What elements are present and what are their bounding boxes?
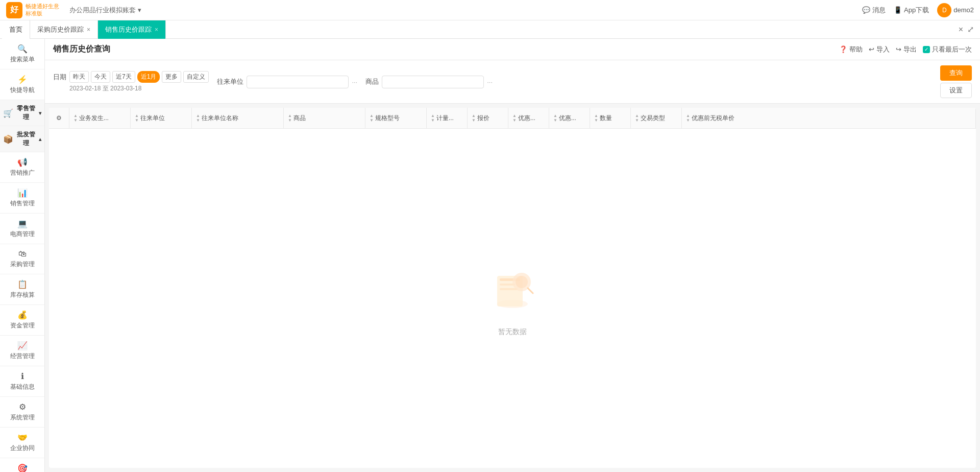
col-unit[interactable]: ▲ ▼ 计量... xyxy=(427,108,468,128)
tab-sales-history[interactable]: 销售历史价跟踪 × xyxy=(98,20,166,39)
table-area: ⚙ ▲ ▼ 业务发生... ▲ ▼ 往来单位 xyxy=(49,108,976,468)
help-button[interactable]: ❓ 帮助 xyxy=(839,45,863,54)
date-btn-custom[interactable]: 自定义 xyxy=(183,71,209,83)
sidebar-item-guide[interactable]: 🎯 新手引导 xyxy=(0,458,44,472)
sidebar-item-basic-info[interactable]: ℹ 基础信息 xyxy=(0,366,44,397)
topbar: 好 畅捷通好生意 标准版 办公用品行业模拟账套 ▾ 💬 消息 📱 App下载 D… xyxy=(0,0,980,20)
sidebar-item-label: 零售管理 xyxy=(15,104,37,122)
export-button[interactable]: ↪ 导出 xyxy=(896,45,917,54)
inventory-icon: 📋 xyxy=(17,279,28,289)
system-icon: ⚙ xyxy=(19,402,26,412)
from-unit-input[interactable] xyxy=(247,76,349,88)
checkbox-checked-icon: ✓ xyxy=(923,46,930,53)
date-filter-group: 日期 昨天 今天 近7天 近1月 更多 自定义 2023-02-18 至 202… xyxy=(53,71,209,93)
col-price-label: 报价 xyxy=(477,114,489,123)
col-sort-discount2: ▲ ▼ xyxy=(553,114,557,123)
sidebar-item-wholesale[interactable]: 📦 批发管理 ▴ xyxy=(0,126,44,152)
only-last-checkbox[interactable]: ✓ 只看最后一次 xyxy=(923,45,972,54)
sort-down-icon: ▼ xyxy=(370,119,374,123)
col-type[interactable]: ▲ ▼ 交易类型 xyxy=(631,108,682,128)
from-unit-dots[interactable]: ··· xyxy=(352,78,357,86)
sidebar-item-label: 采购管理 xyxy=(10,260,35,269)
sidebar-item-sales-mgmt[interactable]: 📊 销售管理 xyxy=(0,183,44,214)
sidebar-item-label: 搜索菜单 xyxy=(10,55,35,64)
app-download-button[interactable]: 📱 App下载 xyxy=(894,6,929,15)
col-from[interactable]: ▲ ▼ 往来单位 xyxy=(131,108,192,128)
goods-filter-group: 商品 ··· xyxy=(365,76,493,88)
sort-down-icon: ▼ xyxy=(196,119,200,123)
sidebar-item-label: 营销推广 xyxy=(10,169,35,177)
goods-dots[interactable]: ··· xyxy=(487,78,493,86)
col-bizdate[interactable]: ▲ ▼ 业务发生... xyxy=(69,108,131,128)
date-btn-yesterday[interactable]: 昨天 xyxy=(69,71,89,83)
empty-icon xyxy=(487,261,538,321)
sidebar-item-label: 库存核算 xyxy=(10,291,35,299)
sidebar-item-shortcut[interactable]: ⚡ 快捷导航 xyxy=(0,69,44,100)
svg-line-7 xyxy=(528,288,533,293)
col-sort-taxfree: ▲ ▼ xyxy=(686,114,690,123)
date-btn-today[interactable]: 今天 xyxy=(91,71,110,83)
sidebar-item-ecommerce[interactable]: 💻 电商管理 xyxy=(0,214,44,244)
sort-down-icon: ▼ xyxy=(512,119,517,123)
date-buttons: 昨天 今天 近7天 近1月 更多 自定义 xyxy=(69,71,209,83)
col-discount2[interactable]: ▲ ▼ 优惠... xyxy=(549,108,590,128)
col-from-label: 往来单位 xyxy=(140,114,165,123)
page-header: 销售历史价查询 ❓ 帮助 ↩ 导入 ↪ 导出 ✓ 只看最后一次 xyxy=(45,39,980,60)
goods-input[interactable] xyxy=(382,76,484,88)
col-settings[interactable]: ⚙ xyxy=(49,108,69,128)
date-btn-7days[interactable]: 近7天 xyxy=(112,71,135,83)
breadcrumb-chevron-icon: ▾ xyxy=(138,6,141,14)
import-button[interactable]: ↩ 导入 xyxy=(869,45,890,54)
sidebar-item-purchase[interactable]: 🛍 采购管理 xyxy=(0,244,44,274)
sidebar-item-operations[interactable]: 📈 经营管理 xyxy=(0,336,44,366)
date-options: 昨天 今天 近7天 近1月 更多 自定义 2023-02-18 至 2023-0… xyxy=(69,71,209,93)
col-price[interactable]: ▲ ▼ 报价 xyxy=(468,108,508,128)
close-all-tabs-button[interactable]: × xyxy=(959,25,963,34)
col-fromname[interactable]: ▲ ▼ 往来单位名称 xyxy=(192,108,284,128)
sort-down-icon: ▼ xyxy=(686,119,690,123)
sort-up-icon: ▲ xyxy=(431,114,435,118)
sidebar-item-label: 经营管理 xyxy=(10,352,35,361)
col-bizdate-label: 业务发生... xyxy=(79,114,109,123)
wholesale-icon: 📦 xyxy=(3,134,13,144)
logo-text: 畅捷通好生意 标准版 xyxy=(26,3,59,16)
main-layout: 🔍 搜索菜单 ⚡ 快捷导航 🛒 零售管理 ▾ 📦 批发管理 ▴ 📢 营销推广 📊… xyxy=(0,39,980,472)
topbar-right: 💬 消息 📱 App下载 D demo2 xyxy=(862,3,974,17)
tab-purchase-history[interactable]: 采购历史价跟踪 × xyxy=(30,20,98,39)
sidebar: 🔍 搜索菜单 ⚡ 快捷导航 🛒 零售管理 ▾ 📦 批发管理 ▴ 📢 营销推广 📊… xyxy=(0,39,45,472)
date-range-text: 2023-02-18 至 2023-03-18 xyxy=(69,84,209,93)
expand-button[interactable]: ⤢ xyxy=(967,25,974,34)
sidebar-item-system[interactable]: ⚙ 系统管理 xyxy=(0,397,44,428)
tab-purchase-history-close[interactable]: × xyxy=(87,26,90,33)
sidebar-item-label: 电商管理 xyxy=(10,230,35,239)
from-unit-input-group: ··· xyxy=(247,76,357,88)
col-sort-fromname: ▲ ▼ xyxy=(196,114,200,123)
date-btn-1month[interactable]: 近1月 xyxy=(137,71,160,83)
col-sort-qty: ▲ ▼ xyxy=(594,114,598,123)
sidebar-item-enterprise[interactable]: 🤝 企业协同 xyxy=(0,428,44,458)
sidebar-item-marketing[interactable]: 📢 营销推广 xyxy=(0,152,44,183)
help-icon: ❓ xyxy=(839,45,847,53)
message-button[interactable]: 💬 消息 xyxy=(862,6,886,15)
tab-home[interactable]: 首页 xyxy=(2,20,30,39)
col-spec[interactable]: ▲ ▼ 规格型号 xyxy=(365,108,427,128)
sidebar-item-inventory[interactable]: 📋 库存核算 xyxy=(0,274,44,305)
settings-button[interactable]: 设置 xyxy=(940,83,972,98)
sort-up-icon: ▲ xyxy=(472,114,476,118)
chevron-up-icon: ▴ xyxy=(39,136,41,142)
date-btn-more[interactable]: 更多 xyxy=(162,71,181,83)
sidebar-item-retail[interactable]: 🛒 零售管理 ▾ xyxy=(0,100,44,126)
col-goods[interactable]: ▲ ▼ 商品 xyxy=(284,108,365,128)
guide-icon: 🎯 xyxy=(17,463,28,472)
tab-sales-history-close[interactable]: × xyxy=(155,26,158,33)
empty-state: 暂无数据 xyxy=(49,129,976,468)
sidebar-item-search[interactable]: 🔍 搜索菜单 xyxy=(0,39,44,69)
col-discount1[interactable]: ▲ ▼ 优惠... xyxy=(508,108,549,128)
sidebar-item-finance[interactable]: 💰 资金管理 xyxy=(0,305,44,336)
col-qty[interactable]: ▲ ▼ 数量 xyxy=(590,108,631,128)
sort-up-icon: ▲ xyxy=(370,114,374,118)
user-menu[interactable]: D demo2 xyxy=(937,3,974,17)
col-sort-goods: ▲ ▼ xyxy=(288,114,292,123)
query-button[interactable]: 查询 xyxy=(940,65,972,81)
col-taxfree[interactable]: ▲ ▼ 优惠前无税单价 xyxy=(682,108,976,128)
